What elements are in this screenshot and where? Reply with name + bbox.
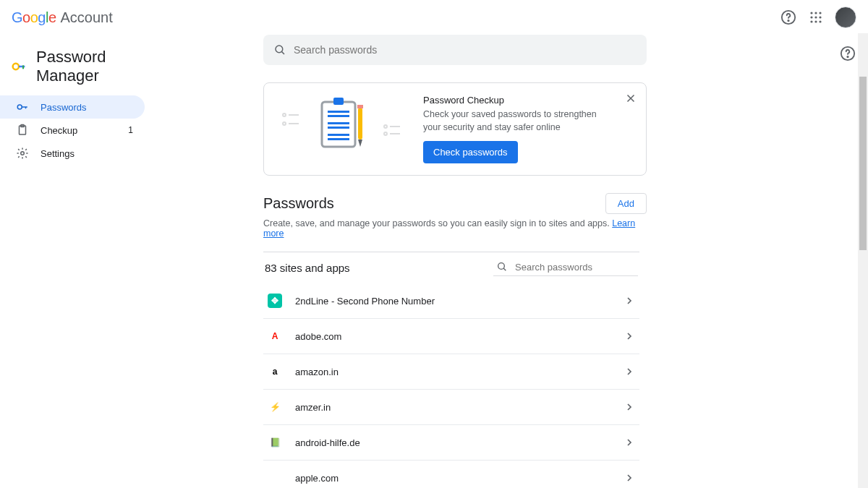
password-manager-icon	[12, 59, 26, 74]
svg-rect-30	[328, 127, 349, 129]
password-row[interactable]: 📗 android-hilfe.de	[263, 425, 639, 461]
checkup-count: 1	[128, 125, 133, 135]
clipboard-icon	[16, 124, 29, 137]
section-title: Passwords	[263, 195, 334, 212]
svg-rect-33	[358, 108, 362, 140]
chevron-right-icon	[624, 472, 635, 484]
sidebar: Password Manager Passwords Checkup 1 Set…	[0, 35, 145, 488]
gear-icon	[16, 147, 29, 160]
list-search[interactable]	[493, 260, 638, 276]
page-title-row: Password Manager	[0, 40, 145, 95]
site-name: amazon.in	[295, 367, 610, 377]
chevron-right-icon	[624, 401, 635, 413]
svg-point-24	[384, 132, 387, 135]
svg-point-20	[276, 46, 283, 53]
checkup-illustration	[277, 95, 407, 151]
site-favicon: a	[268, 364, 282, 379]
list-count: 83 sites and apps	[265, 262, 350, 274]
check-passwords-button[interactable]: Check passwords	[423, 141, 518, 163]
svg-point-8	[810, 20, 812, 22]
svg-point-11	[13, 64, 19, 69]
checkup-title: Password Checkup	[423, 95, 611, 106]
chevron-right-icon	[624, 366, 635, 377]
svg-rect-32	[328, 138, 349, 140]
svg-marker-34	[358, 140, 362, 147]
svg-point-36	[498, 263, 505, 270]
site-favicon	[268, 471, 282, 485]
svg-point-10	[819, 20, 821, 22]
site-name: adobe.com	[295, 331, 610, 342]
password-row[interactable]: ✥ 2ndLine - Second Phone Number	[263, 283, 639, 319]
add-password-button[interactable]: Add	[605, 193, 647, 214]
svg-rect-28	[328, 115, 349, 117]
chevron-right-icon	[624, 295, 635, 307]
svg-rect-29	[328, 122, 349, 124]
global-header: Google Account	[0, 0, 868, 35]
svg-point-21	[283, 114, 286, 116]
site-favicon: A	[268, 329, 282, 343]
password-row[interactable]: A adobe.com	[263, 319, 639, 354]
sidebar-item-label: Settings	[41, 148, 75, 159]
svg-rect-31	[328, 134, 349, 136]
svg-point-5	[810, 16, 812, 18]
brand-label: Account	[61, 9, 113, 26]
main-content: Password Checkup Check your saved passwo…	[145, 35, 868, 488]
svg-point-7	[819, 16, 821, 18]
svg-rect-26	[333, 98, 344, 105]
password-row[interactable]: a amazon.in	[263, 354, 639, 390]
site-name: apple.com	[295, 473, 610, 484]
search-input[interactable]	[294, 44, 637, 56]
account-avatar[interactable]	[835, 7, 856, 28]
svg-point-9	[814, 20, 817, 22]
svg-point-4	[819, 12, 821, 14]
site-name: amzer.in	[295, 402, 610, 413]
close-icon[interactable]	[624, 92, 637, 105]
page-title: Password Manager	[36, 48, 133, 85]
svg-rect-35	[357, 105, 363, 108]
svg-rect-27	[328, 111, 349, 113]
site-favicon: ⚡	[268, 400, 282, 414]
context-help-icon[interactable]	[839, 45, 856, 62]
svg-rect-13	[22, 65, 24, 69]
sidebar-item-label: Passwords	[41, 102, 87, 113]
key-icon	[16, 100, 29, 114]
scrollbar[interactable]	[858, 33, 868, 488]
help-icon[interactable]	[780, 9, 797, 26]
password-row[interactable]: ⚡ amzer.in	[263, 390, 639, 425]
svg-point-22	[283, 122, 286, 125]
svg-point-14	[17, 105, 22, 109]
sidebar-item-passwords[interactable]: Passwords	[0, 95, 145, 119]
apps-grid-icon[interactable]	[807, 9, 825, 26]
search-passwords-bar[interactable]	[263, 35, 647, 65]
brand[interactable]: Google Account	[12, 9, 113, 26]
search-icon	[273, 43, 286, 56]
search-icon	[496, 261, 508, 273]
svg-rect-12	[19, 66, 25, 68]
checkup-description: Check your saved passwords to strengthen…	[423, 108, 611, 134]
password-row[interactable]: apple.com	[263, 461, 639, 488]
passwords-list: 83 sites and apps ✥ 2ndLine - Second Pho…	[263, 252, 639, 488]
svg-point-3	[814, 12, 817, 14]
site-name: 2ndLine - Second Phone Number	[295, 296, 610, 307]
svg-point-1	[788, 20, 788, 21]
svg-point-2	[810, 12, 812, 14]
sidebar-item-label: Checkup	[41, 125, 77, 136]
site-favicon: 📗	[268, 435, 282, 450]
sidebar-item-checkup[interactable]: Checkup 1	[0, 119, 145, 142]
svg-point-23	[384, 125, 387, 128]
chevron-right-icon	[624, 437, 635, 448]
scroll-thumb[interactable]	[859, 77, 867, 250]
google-logo: Google	[12, 9, 56, 26]
svg-point-6	[814, 16, 817, 18]
sidebar-item-settings[interactable]: Settings	[0, 142, 145, 165]
header-actions	[780, 7, 856, 28]
site-favicon: ✥	[268, 294, 282, 308]
chevron-right-icon	[624, 330, 635, 342]
svg-point-17	[21, 152, 25, 155]
list-search-input[interactable]	[515, 262, 637, 273]
section-description: Create, save, and manage your passwords …	[263, 218, 647, 239]
svg-point-19	[847, 56, 848, 57]
site-name: android-hilfe.de	[295, 437, 610, 448]
password-checkup-card: Password Checkup Check your saved passwo…	[263, 82, 647, 176]
